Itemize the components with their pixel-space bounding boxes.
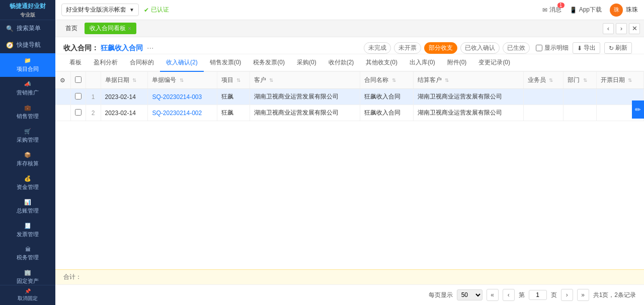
sidebar-item-sales[interactable]: 💼 销售管理: [0, 100, 55, 124]
per-page-select[interactable]: 50 100 200: [457, 289, 482, 300]
col-date: 单据日期 ⇅: [101, 72, 148, 89]
gear-icon[interactable]: ⚙: [60, 77, 65, 84]
sort-billno-icon[interactable]: ⇅: [180, 77, 184, 83]
sidebar-item-fixed-assets[interactable]: 🏢 固定资产: [0, 265, 55, 285]
status-effective[interactable]: 已生效: [503, 42, 530, 54]
sidebar-item-search[interactable]: 🔍 搜索菜单: [0, 20, 55, 37]
tab-purchase[interactable]: 采购(0): [291, 54, 323, 72]
tab-kanban[interactable]: 看板: [63, 54, 88, 72]
prev-page-button[interactable]: ‹: [503, 289, 515, 301]
tab-other-revenue[interactable]: 其他收支(0): [360, 54, 404, 72]
sidebar-item-marketing[interactable]: 📣 营销推广: [0, 77, 55, 100]
billno-link[interactable]: SQ-20230214-002: [152, 110, 202, 117]
col-num: [86, 72, 101, 89]
sidebar-item-ledger[interactable]: 📊 总账管理: [0, 195, 55, 219]
row-checkbox[interactable]: [75, 93, 82, 99]
export-button[interactable]: ⬇ 导出: [573, 42, 600, 54]
tab-close-icon[interactable]: ×: [128, 25, 131, 32]
app-download-label: App下载: [579, 6, 602, 14]
tab-payment[interactable]: 收付款(2): [323, 54, 360, 72]
sticky-edit-button[interactable]: ✏: [632, 100, 644, 119]
last-page-button[interactable]: »: [577, 289, 589, 301]
tab-prev-button[interactable]: ‹: [603, 23, 614, 34]
refresh-button[interactable]: ↻ 刷新: [604, 42, 632, 54]
row-num: 2: [86, 105, 101, 121]
table-row[interactable]: 1 2023-02-14 SQ-20230214-003 狂飙 湖南卫视商业运营…: [55, 89, 644, 105]
show-detail-checkbox[interactable]: 显示明细: [536, 44, 569, 52]
page-suffix: 页: [551, 291, 557, 299]
sidebar-item-invoice[interactable]: 🧾 发票管理: [0, 219, 55, 242]
topbar-right: ✉ 消息 1 📱 App下载 珠 珠珠: [542, 4, 638, 17]
tab-change-log[interactable]: 变更记录(0): [472, 54, 516, 72]
table-footer: 合计：: [55, 269, 644, 284]
sub-tabs: 看板 盈利分析 合同标的 收入确认(2) 销售发票(0) 税务发票(0) 采购(…: [55, 54, 644, 72]
sidebar-ledger-label: 总账管理: [17, 207, 39, 215]
app-download-button[interactable]: 📱 App下载: [570, 6, 602, 14]
company-selector[interactable]: 好业财专业版演示帐套 ▼: [61, 4, 139, 16]
row-end-customer: 湖南卫视商业运营发展有限公司: [413, 89, 523, 105]
app-logo: 畅捷通好业财 专业版: [0, 0, 55, 20]
tab-sales-invoice[interactable]: 销售发票(0): [204, 54, 248, 72]
tab-tax-invoice[interactable]: 税务发票(0): [247, 54, 291, 72]
tab-next-button[interactable]: ›: [616, 23, 627, 34]
sort-customer-icon[interactable]: ⇅: [269, 77, 273, 83]
sort-department-icon[interactable]: ⇅: [583, 77, 587, 83]
row-end-customer: 湖南卫视商业运营发展有限公司: [413, 105, 523, 121]
row-billno[interactable]: SQ-20230214-002: [148, 105, 217, 121]
show-detail-input[interactable]: [536, 45, 542, 51]
project-icon: 📁: [24, 57, 31, 64]
row-project: 狂飙: [217, 105, 250, 121]
tab-subject[interactable]: 合同标的: [124, 54, 160, 72]
sort-salesperson-icon[interactable]: ⇅: [549, 77, 553, 83]
user-area[interactable]: 珠 珠珠: [610, 4, 638, 17]
status-incomplete[interactable]: 未完成: [364, 42, 391, 54]
sort-end-customer-icon[interactable]: ⇅: [445, 77, 449, 83]
sort-contract-icon[interactable]: ⇅: [392, 77, 396, 83]
sort-project-icon[interactable]: ⇅: [236, 77, 240, 83]
table-header-row: ⚙ 单据日期 ⇅ 单据编号 ⇅: [55, 72, 644, 89]
status-confirmed[interactable]: 已收入确认: [460, 42, 500, 54]
row-billno[interactable]: SQ-20230214-003: [148, 89, 217, 105]
sidebar-item-funds[interactable]: 💰 资金管理: [0, 171, 55, 195]
tab-home[interactable]: 首页: [59, 22, 84, 36]
message-button[interactable]: ✉ 消息 1: [542, 6, 561, 14]
tab-profit[interactable]: 盈利分析: [88, 54, 124, 72]
row-checkbox-cell[interactable]: [70, 105, 86, 121]
sort-bill-date2-icon[interactable]: ⇅: [628, 77, 632, 83]
status-partial[interactable]: 部分收支: [424, 42, 457, 54]
contract-board-tab[interactable]: 收入合同看板 ×: [85, 23, 136, 34]
col-billno: 单据编号 ⇅: [148, 72, 217, 89]
table-row[interactable]: 2 2023-02-14 SQ-20230214-002 狂飙 湖南卫视商业运营…: [55, 105, 644, 121]
sidebar-item-tax[interactable]: 🏛 税务管理: [0, 242, 55, 265]
tab-close-all-button[interactable]: ✕: [629, 23, 640, 34]
sidebar-inventory-label: 库存核算: [17, 160, 39, 167]
sidebar-item-project-contract[interactable]: 📁 项目合同: [0, 53, 55, 77]
purchase-icon: 🛒: [24, 128, 31, 135]
sidebar-item-inventory[interactable]: 📦 库存核算: [0, 148, 55, 171]
first-page-button[interactable]: «: [487, 289, 499, 301]
select-all-checkbox[interactable]: [75, 76, 82, 83]
tab-revenue-confirm[interactable]: 收入确认(2): [160, 54, 204, 72]
sidebar-nav-list: 🔍 搜索菜单 🧭 快捷导航 📁 项目合同 📣 营销推广 💼 销售管理 🛒 采购管…: [0, 20, 55, 285]
col-contract: 合同名称 ⇅: [360, 72, 413, 89]
contract-prefix: 收入合同：: [63, 44, 99, 53]
contract-more-button[interactable]: ···: [145, 44, 155, 53]
status-buttons: 未完成 未开票 部分收支 已收入确认 已生效: [364, 42, 530, 54]
sidebar-item-quicknav[interactable]: 🧭 快捷导航: [0, 37, 55, 53]
status-uninvoiced[interactable]: 未开票: [394, 42, 421, 54]
sidebar-item-purchase[interactable]: 🛒 采购管理: [0, 124, 55, 148]
row-customer: 湖南卫视商业运营发展有限公司: [250, 105, 360, 121]
billno-link[interactable]: SQ-20230214-003: [152, 93, 202, 100]
row-settings: [55, 105, 70, 121]
sidebar-search-label: 搜索菜单: [17, 24, 41, 33]
sort-date-icon[interactable]: ⇅: [132, 77, 136, 83]
col-settings: ⚙: [55, 72, 70, 89]
tab-attachments[interactable]: 附件(0): [441, 54, 473, 72]
unpin-button[interactable]: 📌 取消固定: [0, 285, 55, 305]
row-checkbox-cell[interactable]: [70, 89, 86, 105]
sidebar-purchase-label: 采购管理: [17, 136, 39, 144]
next-page-button[interactable]: ›: [561, 289, 573, 301]
page-input[interactable]: [529, 290, 547, 300]
tab-warehouse[interactable]: 出入库(0): [404, 54, 441, 72]
row-checkbox[interactable]: [75, 109, 82, 116]
